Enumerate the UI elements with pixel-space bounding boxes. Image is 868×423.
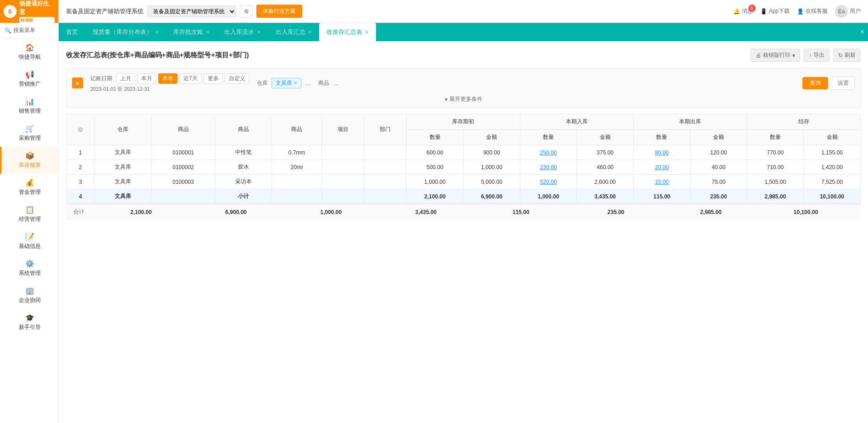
tab-inout-flow-close[interactable]: × [257,28,260,36]
download-icon: 📱 [760,8,767,15]
close-all-tabs[interactable]: × [860,28,864,36]
system-selector[interactable]: 装备及固定资产辅助管理系统 [147,5,236,17]
sidebar-item-quick-nav[interactable]: 🏠 快捷导航 [0,38,58,66]
date-range-display: 2023-01-01 至 2023-12-31 [90,86,249,93]
warehouse-tag-close[interactable]: × [294,80,297,86]
sidebar-item-label: 经营管理 [19,215,41,223]
cell-opening-amt: 5,000.00 [463,175,520,189]
cell-balance-amt: 7,525.00 [804,175,861,189]
cell-in-qty[interactable]: 250.00 [520,145,577,160]
sidebar-item-marketing[interactable]: 📢 营销推广 [0,66,58,93]
tab-batch[interactable]: 库存批次账 × [166,23,217,41]
col-header-group-in: 本期入库 [520,114,633,130]
tab-batch-label: 库存批次账 [173,28,203,36]
7days-btn[interactable]: 近7天 [179,73,202,84]
tab-receipt-summary[interactable]: 收发存汇总表 × [319,23,376,41]
warehouse-tag[interactable]: 文具库 × [271,78,301,88]
cell-name: 小计 [215,189,272,204]
refresh-button[interactable]: ↻ 刷新 [833,49,861,62]
sidebar-item-basic[interactable]: 📝 基础信息 [0,228,58,255]
tab-home[interactable]: 首页 [59,23,85,41]
sidebar-item-purchase[interactable]: 🛒 采购管理 [0,120,58,147]
sidebar-item-search[interactable]: 🔍 搜索菜单 [0,23,58,38]
table-row: 4文具库小计2,100.006,900.001,000.003,435.0011… [66,189,861,204]
notification-button[interactable]: 🔔 消息 6 [733,7,753,15]
table-row: 3文具库0100003采访本1,000.005,000.00520.002,60… [66,175,861,189]
settings-button[interactable]: ⚙ [240,5,253,18]
cell-in-qty[interactable]: 230.00 [520,160,577,175]
cell-out-qty-link[interactable]: 20.00 [655,164,669,170]
tab-inout-flow[interactable]: 出入库流水 × [217,23,268,41]
goods-more[interactable]: ... [333,79,339,87]
cell-out-qty[interactable]: 20.00 [634,160,691,175]
refresh-label: 刷新 [845,51,856,59]
cell-out-qty-link[interactable]: 15.00 [655,179,669,185]
curr-month-btn[interactable]: 本月 [137,73,156,84]
table-gear-icon[interactable]: ⚙ [77,126,83,133]
tab-stock-dist[interactable]: 现货量（库存分布表） × [85,23,166,41]
cell-in-amt: 2,600.00 [577,175,634,189]
app-name: 畅捷通好生意 [19,0,55,16]
purchase-icon: 🛒 [25,124,34,133]
cell-in-qty-link[interactable]: 230.00 [540,164,557,170]
tab-stock-dist-close[interactable]: × [155,28,159,36]
cell-project [321,160,364,175]
sidebar-item-operations[interactable]: 📋 经营管理 [0,201,58,228]
filter-action-buttons: 查询 设置 [802,77,855,90]
footer-out-qty: 115.00 [474,209,569,215]
custom-btn[interactable]: 自定义 [225,73,249,84]
sidebar-item-sales[interactable]: 📊 销售管理 [0,93,58,120]
cell-in-qty[interactable]: 520.00 [520,175,577,189]
tab-inout-summary-close[interactable]: × [308,28,312,36]
online-service-button[interactable]: 👤 在线客服 [797,7,828,15]
date-filter-label: 记账日期 [90,75,112,82]
chevron-down-icon: ▾ [445,96,448,103]
query-button[interactable]: 查询 [802,77,828,89]
filter-settings-button[interactable]: 设置 [832,77,855,90]
footer-balance-amt: 10,100.00 [758,209,853,215]
cell-out-qty[interactable]: 15.00 [634,175,691,189]
sidebar-item-guide[interactable]: 🎓 新手引导 [0,309,58,336]
cell-out-amt: 235.00 [690,189,747,204]
tab-inout-summary[interactable]: 出入库汇总 × [268,23,319,41]
table-row: 2文具库0100002胶水20ml500.001,000.00230.00460… [66,160,861,175]
filter-toggle-button[interactable]: » [72,77,83,88]
cell-project [321,175,364,189]
cell-in-qty: 1,000.00 [520,189,577,204]
cell-spec [272,189,321,204]
print-button[interactable]: 🖨 核销版打印 ▾ [751,49,800,62]
sidebar-item-enterprise[interactable]: 🏢 企业协同 [0,282,58,309]
cell-in-amt: 375.00 [577,145,634,160]
bell-icon: 🔔 [733,8,740,15]
expand-more-button[interactable]: ▾ 展开更多条件 [72,95,855,103]
sidebar-item-system[interactable]: ⚙️ 系统管理 [0,255,58,282]
export-button[interactable]: ↑ 导出 [804,49,829,62]
sidebar-item-inventory[interactable]: 📦 库存核算 [0,147,58,174]
prev-month-btn[interactable]: 上月 [116,73,135,84]
cell-name: 采访本 [215,175,272,189]
cell-in-qty-link[interactable]: 250.00 [540,149,557,156]
app-logo: 6 畅捷通好生意 标准版 [0,0,58,23]
cell-in-qty-link[interactable]: 520.00 [540,179,557,185]
cell-out-qty-link[interactable]: 80.00 [655,149,669,156]
sidebar-item-label: 快捷导航 [19,53,41,61]
more-btn[interactable]: 更多 [204,73,223,84]
footer-in-qty: 1,000.00 [283,209,378,215]
sidebar-item-assets[interactable]: 💰 资金管理 [0,174,58,201]
warehouse-more[interactable]: ... [305,79,311,87]
tab-batch-close[interactable]: × [206,28,210,36]
cell-out-qty[interactable]: 80.00 [634,145,691,160]
trial-button[interactable]: 体验行业方案 [256,5,302,18]
col-header-department: 部门 [364,114,407,145]
app-download-button[interactable]: 📱 App下载 [760,7,790,15]
tab-inout-flow-label: 出入库流水 [224,28,254,36]
inventory-icon: 📦 [25,151,34,160]
print-dropdown-icon: ▾ [792,52,795,59]
sales-icon: 📊 [25,97,34,106]
tab-receipt-summary-close[interactable]: × [365,28,369,36]
export-label: 导出 [813,51,824,59]
operations-icon: 📋 [25,205,34,214]
curr-year-btn[interactable]: 本年 [158,73,177,84]
cell-department [364,189,407,204]
user-menu[interactable]: Ea 用户 [835,5,861,18]
